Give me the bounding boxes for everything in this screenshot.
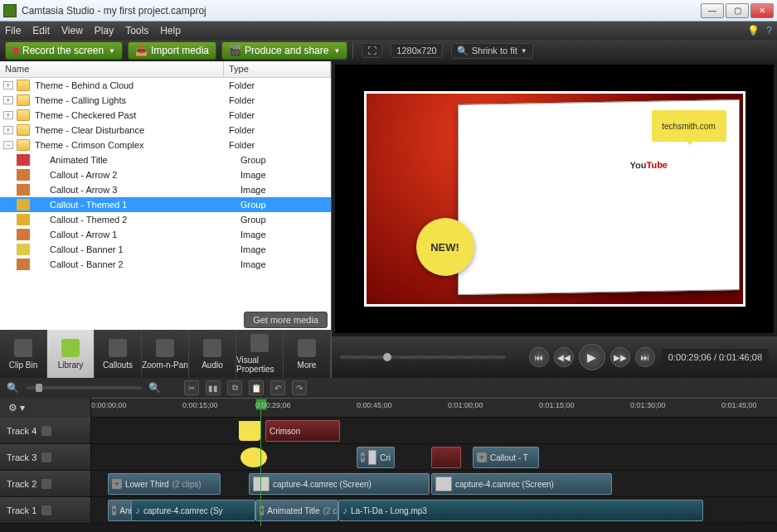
help-icon[interactable]: ? [766, 25, 772, 36]
track-lane[interactable]: +Ani♪capture-4.camrec (Sy+Animated Title… [91, 497, 777, 523]
list-row[interactable]: +Theme - Clear DisturbanceFolder [0, 123, 331, 138]
tab-icon [109, 339, 127, 357]
tab-clip-bin[interactable]: Clip Bin [0, 330, 47, 378]
list-row[interactable]: Callout - Arrow 2Image [0, 167, 331, 182]
list-row[interactable]: +Theme - Calling LightsFolder [0, 93, 331, 108]
undo-button[interactable]: ↶ [270, 380, 285, 395]
tab-visual-properties[interactable]: Visual Properties [236, 330, 284, 378]
tab-more[interactable]: More [284, 330, 331, 378]
timeline-clip[interactable] [431, 447, 461, 468]
timeline-clip[interactable]: Crimson [265, 420, 340, 442]
zoom-in-icon[interactable]: 🔍 [148, 382, 161, 394]
zoom-thumb[interactable] [36, 384, 42, 392]
tab-zoom-n-pan[interactable]: Zoom-n-Pan [142, 330, 189, 378]
minimize-button[interactable]: — [701, 3, 724, 18]
expand-toggle[interactable]: + [3, 111, 13, 119]
callout-clip[interactable] [240, 447, 267, 467]
fit-dropdown[interactable]: 🔍 Shrink to fit ▼ [451, 43, 533, 59]
maximize-button[interactable]: ▢ [726, 3, 749, 18]
preview-viewport[interactable]: YouTube NEW! techsmith.com [335, 65, 774, 333]
callout-clip[interactable] [239, 421, 260, 441]
get-more-media-button[interactable]: Get more media [244, 312, 328, 328]
timeline-clip[interactable]: capture-4.camrec (Screen) [431, 473, 612, 495]
tab-icon [298, 339, 316, 357]
track-label[interactable]: Track 4 [0, 418, 91, 443]
scrub-handle[interactable] [383, 353, 391, 361]
library-list[interactable]: +Theme - Behind a CloudFolder+Theme - Ca… [0, 78, 331, 330]
expand-toggle[interactable]: − [3, 141, 13, 149]
lock-icon[interactable] [41, 452, 51, 462]
track-lane[interactable]: Crimson [91, 418, 777, 443]
list-row[interactable]: +Theme - Checkered PastFolder [0, 108, 331, 123]
tab-library[interactable]: Library [47, 330, 95, 378]
timeline-ruler[interactable]: 0:00:00;000:00:15;000:00:29;060:00:45;00… [91, 398, 777, 418]
menu-view[interactable]: View [61, 25, 83, 36]
timeline-settings-button[interactable]: ⚙ ▾ [0, 398, 91, 418]
list-header: Name Type [0, 61, 331, 78]
next-frame-button[interactable]: ⏭ [635, 347, 655, 367]
step-back-button[interactable]: ◀◀ [554, 347, 574, 367]
zoom-slider[interactable] [26, 386, 142, 389]
list-row[interactable]: Callout - Banner 2Image [0, 257, 331, 272]
timeline-clip[interactable]: ♪La-Ti-Da - Long.mp3 [338, 500, 703, 521]
list-row[interactable]: +Theme - Behind a CloudFolder [0, 78, 331, 93]
track-lane[interactable]: +Lower Third (2 clips)capture-4.camrec (… [91, 471, 777, 496]
timeline-clip[interactable]: +Animated Title (2 clips) [255, 500, 338, 521]
list-row[interactable]: Callout - Themed 1Group [0, 197, 331, 212]
menu-file[interactable]: File [5, 25, 21, 36]
list-row[interactable]: Callout - Arrow 1Image [0, 227, 331, 242]
lock-icon[interactable] [41, 505, 51, 515]
timeline-clip[interactable]: +Cri [357, 447, 395, 468]
list-row[interactable]: −Theme - Crimson ComplexFolder [0, 138, 331, 152]
tab-callouts[interactable]: Callouts [95, 330, 142, 378]
timeline-clip[interactable]: ♪capture-4.camrec (Sy [131, 500, 255, 521]
ruler-tick: 0:00:45;00 [357, 401, 392, 409]
tips-icon[interactable]: 💡 [747, 25, 760, 36]
menu-help[interactable]: Help [160, 25, 181, 36]
timeline-clip[interactable]: +Lower Third (2 clips) [108, 473, 221, 495]
track-lane[interactable]: +Cri+Callout - T [91, 444, 777, 470]
list-row[interactable]: Callout - Arrow 3Image [0, 182, 331, 197]
copy-button[interactable]: ⧉ [227, 380, 242, 395]
play-button[interactable]: ▶ [579, 344, 605, 370]
expand-toggle[interactable]: + [3, 96, 13, 104]
track-label[interactable]: Track 2 [0, 471, 91, 496]
menu-tools[interactable]: Tools [125, 25, 148, 36]
col-type[interactable]: Type [224, 61, 331, 77]
menu-play[interactable]: Play [95, 25, 114, 36]
zoom-out-icon[interactable]: 🔍 [7, 382, 19, 394]
expand-clip-icon[interactable]: + [112, 505, 116, 515]
import-media-button[interactable]: 📥 Import media [128, 41, 216, 60]
prev-frame-button[interactable]: ⏮ [529, 347, 549, 367]
fullscreen-button[interactable]: ⛶ [362, 43, 382, 58]
tab-icon [156, 339, 174, 357]
close-button[interactable]: ✕ [750, 3, 774, 18]
expand-clip-icon[interactable]: + [361, 452, 365, 462]
step-forward-button[interactable]: ▶▶ [610, 347, 630, 367]
lock-icon[interactable] [41, 479, 51, 489]
timeline-clip[interactable]: +Callout - T [473, 447, 539, 468]
track-label[interactable]: Track 1 [0, 497, 91, 523]
col-name[interactable]: Name [0, 61, 224, 77]
cut-button[interactable]: ✂ [184, 380, 199, 395]
list-row[interactable]: Callout - Themed 2Group [0, 212, 331, 227]
timeline-clip[interactable]: +Ani [108, 500, 133, 521]
timeline-clip[interactable]: capture-4.camrec (Screen) [249, 473, 430, 495]
expand-toggle[interactable]: + [3, 81, 13, 89]
record-screen-button[interactable]: Record the screen ▼ [5, 41, 123, 60]
expand-clip-icon[interactable]: + [477, 452, 487, 462]
split-button[interactable]: ▮▮ [206, 380, 221, 395]
list-row[interactable]: Callout - Banner 1Image [0, 242, 331, 257]
track-label[interactable]: Track 3 [0, 444, 91, 470]
paste-button[interactable]: 📋 [249, 380, 264, 395]
dimensions-chip[interactable]: 1280x720 [391, 43, 442, 58]
menu-edit[interactable]: Edit [32, 25, 50, 36]
lock-icon[interactable] [41, 426, 51, 436]
scrub-bar[interactable] [340, 355, 506, 359]
redo-button[interactable]: ↷ [292, 380, 307, 395]
tab-audio[interactable]: Audio [189, 330, 236, 378]
expand-clip-icon[interactable]: + [112, 479, 122, 489]
list-row[interactable]: Animated TitleGroup [0, 152, 331, 167]
produce-share-button[interactable]: 🎬 Produce and share ▼ [221, 41, 347, 60]
expand-toggle[interactable]: + [3, 126, 13, 134]
